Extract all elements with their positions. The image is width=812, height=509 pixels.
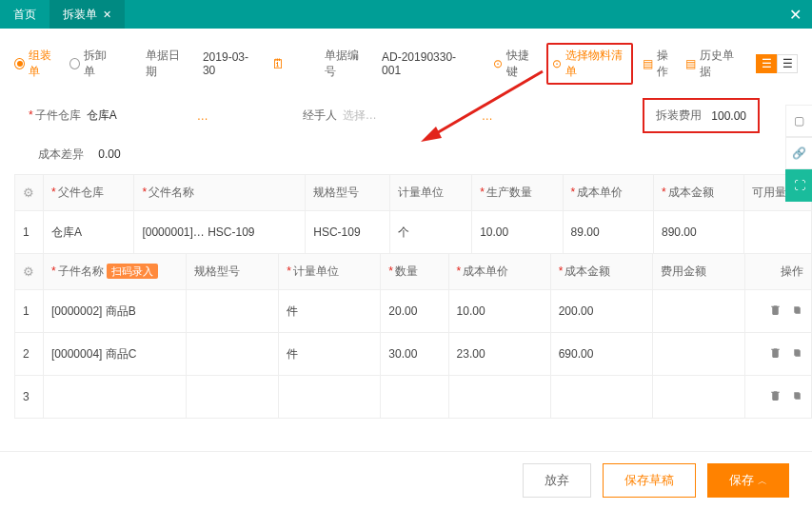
- child-table-row[interactable]: 3: [15, 376, 812, 419]
- radio-assemble[interactable]: 组装单: [14, 48, 60, 80]
- close-icon[interactable]: ✕: [103, 9, 111, 21]
- window-close-button[interactable]: ✕: [778, 0, 812, 29]
- cell-amount[interactable]: 690.00: [550, 333, 652, 376]
- view-list-button[interactable]: ☰: [756, 54, 777, 73]
- cell-idx: 2: [15, 333, 44, 376]
- cell-price[interactable]: 23.00: [448, 333, 550, 376]
- tab-current[interactable]: 拆装单 ✕: [50, 0, 125, 29]
- cell-amount[interactable]: 200.00: [550, 290, 652, 333]
- cell-name[interactable]: [0000001]… HSC-109: [134, 211, 306, 254]
- copy-row-icon[interactable]: [791, 303, 803, 319]
- cell-unit[interactable]: 件: [279, 290, 381, 333]
- cell-price[interactable]: 10.00: [448, 290, 550, 333]
- child-table-row[interactable]: 2[0000004] 商品C件30.0023.00690.00: [15, 333, 812, 376]
- fee-input[interactable]: 100.00: [711, 109, 746, 123]
- col-child-unit: 计量单位: [293, 264, 339, 278]
- delete-row-icon[interactable]: [769, 389, 782, 404]
- cell-qty[interactable]: 10.00: [472, 211, 563, 254]
- side-link-button[interactable]: 🔗: [785, 137, 812, 169]
- handler-lookup-icon[interactable]: …: [482, 109, 494, 123]
- gear-icon[interactable]: ⚙: [23, 186, 34, 200]
- window-tabs: 首页 拆装单 ✕ ✕: [0, 0, 812, 29]
- date-label: 单据日期: [146, 48, 188, 80]
- select-bom-button[interactable]: ⊙选择物料清单: [552, 48, 627, 80]
- cell-name[interactable]: [0000004] 商品C: [44, 333, 187, 376]
- col-parent-name: 父件名称: [149, 186, 194, 199]
- cell-spec[interactable]: [187, 376, 279, 419]
- cell-price[interactable]: 89.00: [563, 211, 653, 254]
- save-draft-button[interactable]: 保存草稿: [603, 463, 696, 498]
- col-child-ops: 操作: [745, 254, 812, 290]
- cell-unit[interactable]: 个: [389, 211, 472, 254]
- form-row: *子件仓库 仓库A … 经手人 选择… … 拆装费用 100.00: [0, 92, 812, 143]
- cost-diff-row: 成本差异 0.00: [0, 143, 812, 174]
- view-card-button[interactable]: ☰: [777, 54, 798, 73]
- cost-diff-value: 0.00: [98, 147, 120, 161]
- cell-fee[interactable]: [652, 333, 744, 376]
- chevron-up-icon: ︿: [758, 476, 767, 486]
- cell-available[interactable]: [744, 211, 812, 254]
- cell-price[interactable]: [448, 376, 550, 419]
- side-note-button[interactable]: ▢: [785, 105, 812, 137]
- cell-spec[interactable]: [187, 333, 279, 376]
- cell-name[interactable]: [44, 376, 187, 419]
- copy-row-icon[interactable]: [791, 346, 803, 362]
- cell-name[interactable]: [0000002] 商品B: [44, 290, 187, 333]
- save-button[interactable]: 保存︿: [707, 463, 789, 498]
- copy-row-icon[interactable]: [791, 389, 803, 404]
- highlight-fee: 拆装费用 100.00: [643, 98, 760, 133]
- cell-amount[interactable]: [550, 376, 652, 419]
- col-unit: 计量单位: [389, 175, 472, 211]
- discard-button[interactable]: 放弃: [523, 463, 591, 498]
- fee-label: 拆装费用: [656, 108, 702, 124]
- handler-input[interactable]: 选择…: [343, 108, 476, 124]
- doc-no-value: AD-20190330-001: [382, 50, 467, 77]
- gear-icon[interactable]: ⚙: [23, 264, 34, 279]
- footer: 放弃 保存草稿 保存︿: [0, 451, 812, 509]
- col-parent-warehouse: 父件仓库: [58, 186, 104, 199]
- cell-qty[interactable]: [381, 376, 448, 419]
- doc-no-label: 单据编号: [325, 48, 366, 80]
- cell-fee[interactable]: [652, 290, 744, 333]
- sub-warehouse-input[interactable]: 仓库A: [87, 108, 191, 124]
- cell-qty[interactable]: 20.00: [381, 290, 448, 333]
- history-button[interactable]: ▤历史单据: [685, 48, 741, 80]
- cell-idx: 3: [15, 376, 44, 419]
- col-spec: 规格型号: [306, 175, 389, 211]
- cell-warehouse[interactable]: 仓库A: [44, 211, 134, 254]
- side-expand-button[interactable]: ⛶: [785, 169, 812, 202]
- cell-idx: 1: [15, 211, 44, 254]
- date-input[interactable]: 2019-03-30: [197, 50, 262, 77]
- col-child-fee: 费用金额: [652, 254, 744, 290]
- parent-table: ⚙ *父件仓库 *父件名称 规格型号 计量单位 *生产数量 *成本单价 *成本金…: [14, 174, 812, 254]
- col-child-name: 子件名称: [58, 264, 104, 278]
- view-toggle: ☰ ☰: [756, 54, 798, 73]
- delete-row-icon[interactable]: [769, 346, 782, 362]
- cell-unit[interactable]: 件: [279, 333, 381, 376]
- cell-unit[interactable]: [279, 376, 381, 419]
- col-amount: 成本金额: [668, 186, 714, 199]
- cell-spec[interactable]: HSC-109: [306, 211, 389, 254]
- calendar-icon[interactable]: 🗓: [271, 56, 285, 71]
- sub-warehouse-label: 子件仓库: [35, 108, 81, 122]
- tab-home[interactable]: 首页: [0, 0, 50, 29]
- child-table-row[interactable]: 1[0000002] 商品B件20.0010.00200.00: [15, 290, 812, 333]
- child-table: ⚙ *子件名称扫码录入 规格型号 *计量单位 *数量 *成本单价 *成本金额 费…: [14, 253, 812, 419]
- delete-row-icon[interactable]: [769, 303, 782, 319]
- cell-amount[interactable]: 890.00: [653, 211, 743, 254]
- col-child-spec: 规格型号: [187, 254, 279, 290]
- hotkey-button[interactable]: ⊙快捷键: [493, 48, 537, 80]
- parent-table-row[interactable]: 1 仓库A [0000001]… HSC-109 HSC-109 个 10.00…: [15, 211, 812, 254]
- operate-button[interactable]: ▤操作: [643, 48, 677, 80]
- scan-badge[interactable]: 扫码录入: [107, 264, 158, 279]
- hotkey-label: 快捷键: [506, 48, 537, 80]
- cell-fee[interactable]: [652, 376, 744, 419]
- radio-disassemble-label: 拆卸单: [84, 48, 115, 80]
- cost-diff-label: 成本差异: [38, 147, 84, 161]
- operate-label: 操作: [657, 48, 677, 80]
- sub-warehouse-lookup-icon[interactable]: …: [197, 109, 209, 123]
- toolbar: 组装单 拆卸单 单据日期 2019-03-30 🗓 单据编号 AD-201903…: [0, 29, 812, 92]
- cell-spec[interactable]: [187, 290, 279, 333]
- cell-qty[interactable]: 30.00: [381, 333, 448, 376]
- radio-disassemble[interactable]: 拆卸单: [69, 48, 115, 80]
